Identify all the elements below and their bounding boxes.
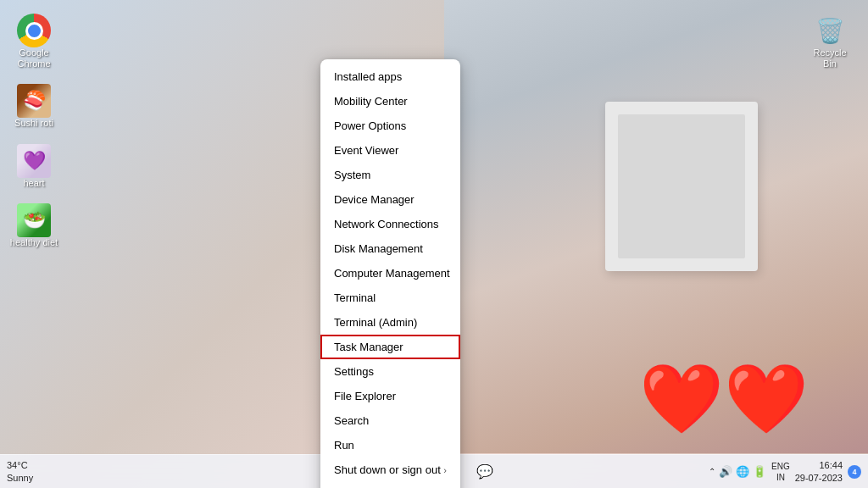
menu-item-network-connections[interactable]: Network Connections: [320, 212, 460, 236]
taskbar-right: ⌃ 🔊 🌐 🔋 ENGIN 16:44 29-07-2023 4: [709, 459, 861, 484]
menu-item-power-options[interactable]: Power Options: [320, 114, 460, 138]
sushi-icon: 🍣: [17, 84, 51, 118]
menu-item-settings[interactable]: Settings: [320, 359, 460, 384]
taskbar-weather: 34°C Sunny: [7, 459, 33, 484]
menu-item-system[interactable]: System: [320, 163, 460, 187]
desktop-icon-area: Google Chrome 🍣 Sushi roti 💜 heart 🥗 hea…: [0, 0, 68, 453]
shut-down-arrow-icon: ›: [443, 465, 447, 475]
chrome-icon-label: Google Chrome: [9, 47, 58, 69]
heart-icon: 💜: [17, 144, 51, 178]
desktop-icon-healthy-diet[interactable]: 🥗 healthy diet: [4, 198, 64, 253]
menu-item-run[interactable]: Run: [320, 433, 460, 458]
menu-item-device-manager[interactable]: Device Manager: [320, 187, 460, 212]
desktop-icon-chrome[interactable]: Google Chrome: [4, 8, 64, 75]
clock-time: 16:44: [819, 459, 843, 471]
menu-item-computer-management[interactable]: Computer Management: [320, 261, 460, 286]
network-icon: 🌐: [736, 465, 749, 478]
speaker-icon: 🔊: [719, 465, 732, 478]
heart-icon-label: heart: [23, 178, 44, 189]
menu-item-shut-down[interactable]: Shut down or sign out ›: [320, 458, 460, 482]
weather-temp: 34°C: [7, 459, 33, 471]
diet-icon-label: healthy diet: [10, 237, 58, 248]
battery-icon: 🔋: [753, 465, 766, 478]
menu-item-installed-apps[interactable]: Installed apps: [320, 64, 460, 89]
language-indicator: ENGIN: [771, 461, 790, 483]
chrome-icon: [17, 14, 51, 47]
clock-date: 29-07-2023: [795, 472, 843, 484]
menu-item-event-viewer[interactable]: Event Viewer: [320, 138, 460, 163]
recycle-bin-icon: 🗑️: [813, 14, 847, 47]
system-tray: ⌃ 🔊 🌐 🔋: [709, 465, 766, 478]
up-arrow-icon[interactable]: ⌃: [709, 467, 715, 476]
taskbar-left: 34°C Sunny: [7, 459, 40, 484]
menu-item-terminal-admin[interactable]: Terminal (Admin): [320, 310, 460, 335]
desktop: ❤️❤️ Google Chrome 🍣 Sushi roti 💜 heart …: [0, 0, 868, 488]
taskbar-clock: 16:44 29-07-2023: [795, 459, 843, 484]
red-hearts-decoration: ❤️❤️: [639, 365, 809, 433]
menu-item-task-manager[interactable]: Task Manager: [320, 335, 460, 359]
desktop-icon-heart[interactable]: 💜 heart: [4, 139, 64, 194]
menu-item-desktop[interactable]: Desktop: [320, 482, 460, 488]
sushi-icon-label: Sushi roti: [14, 118, 53, 129]
chat-icon: 💬: [476, 463, 493, 480]
menu-item-search[interactable]: Search: [320, 408, 460, 433]
notification-badge: 4: [848, 465, 861, 479]
menu-item-disk-management[interactable]: Disk Management: [320, 236, 460, 261]
heart-card-decoration: [605, 102, 758, 271]
weather-desc: Sunny: [7, 472, 33, 484]
chat-button[interactable]: 💬: [471, 458, 498, 485]
context-menu: Installed apps Mobility Center Power Opt…: [320, 59, 460, 488]
menu-item-mobility-center[interactable]: Mobility Center: [320, 89, 460, 114]
menu-item-terminal[interactable]: Terminal: [320, 286, 460, 310]
menu-item-file-explorer[interactable]: File Explorer: [320, 384, 460, 408]
desktop-icon-recycle-bin[interactable]: 🗑️ Recycle Bin: [800, 8, 860, 75]
diet-icon: 🥗: [17, 203, 51, 237]
desktop-icon-sushi[interactable]: 🍣 Sushi roti: [4, 79, 64, 134]
recycle-bin-label: Recycle Bin: [805, 47, 854, 69]
